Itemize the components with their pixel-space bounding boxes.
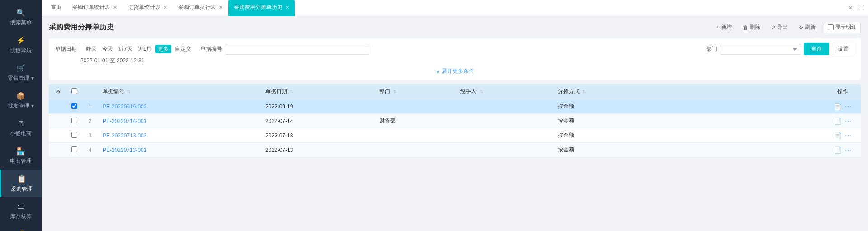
table-header-row: ⚙ 单据编号 ⇅ 单据日期 ⇅ 部门 ⇅ 经手人 ⇅ 分摊方式 ⇅ 操作 [49,84,861,99]
sidebar-label-xiaopang: 小畅电商 [10,130,32,137]
sidebar-item-purchase[interactable]: 📋采购管理 [0,170,42,197]
op-edit-2[interactable]: 📄 [834,132,842,139]
tab-close-purchase-cost-split[interactable]: ✕ [285,5,289,10]
td-check-1[interactable] [67,114,82,128]
search-icon: 🔍 [2,8,40,18]
select-all-checkbox[interactable] [71,88,77,94]
doc-no-label: 单据编号 [200,45,222,53]
th-dept[interactable]: 部门 ⇅ [375,84,456,99]
expand-more-btn[interactable]: ∨ 展开更多条件 [55,67,854,75]
tab-label-purchase-order-stats: 采购订单统计表 [72,4,110,11]
op-more-3[interactable]: ⋯ [845,146,851,154]
td-check-3[interactable] [67,143,82,157]
td-ops-2: 📄 ⋯ [825,128,861,143]
td-check-2[interactable] [67,128,82,143]
sidebar-item-ecommerce[interactable]: 🏪电商管理 [0,142,42,170]
doc-no-link-3[interactable]: PE-20220713-001 [103,147,146,153]
td-dept-2 [375,128,456,143]
td-settings-2 [49,128,67,143]
td-rownum-1: 2 [82,114,98,128]
date-yesterday[interactable]: 昨天 [84,45,99,53]
add-button[interactable]: + 新增 [714,22,735,33]
query-button[interactable]: 查询 [804,43,829,55]
date-more[interactable]: 更多 [155,45,171,53]
op-more-2[interactable]: ⋯ [845,132,851,139]
td-handler-1 [456,114,553,128]
op-more-0[interactable]: ⋯ [845,103,851,110]
tab-purchase-cost-split[interactable]: 采购费用分摊单历史✕ [228,0,295,16]
doc-no-link-2[interactable]: PE-20220713-003 [103,132,146,139]
date-today[interactable]: 今天 [100,45,115,53]
row-checkbox-2[interactable] [71,132,77,138]
row-checkbox-1[interactable] [71,118,77,123]
sidebar-item-inventory[interactable]: 🗃库存核算 [0,197,42,225]
td-ops-0: 📄 ⋯ [825,99,861,114]
sidebar-item-xiaopang[interactable]: 🖥小畅电商 [0,114,42,142]
show-cols-button[interactable]: 显示明细 [824,22,861,33]
th-rownum [82,84,98,99]
th-doc-date[interactable]: 单据日期 ⇅ [261,84,375,99]
tab-purchase-order-exec[interactable]: 采购订单执行表✕ [173,0,228,16]
td-splitmethod-1: 按金额 [553,114,825,128]
doc-no-link-1[interactable]: PE-20220714-001 [103,118,146,124]
tab-home[interactable]: 首页 [45,0,67,16]
dept-label: 部门 [706,45,717,53]
th-check[interactable] [67,84,82,99]
refresh-button[interactable]: ↻ 刷新 [796,22,818,33]
delete-button[interactable]: 🗑 删除 [740,22,763,33]
sort-handler-icon: ⇅ [480,89,483,94]
wholesale-icon: 📦 [2,91,40,101]
doc-no-link-0[interactable]: PE-20220919-002 [103,104,146,110]
th-split-method[interactable]: 分摊方式 ⇅ [553,84,825,99]
dept-select[interactable] [720,44,801,55]
th-settings[interactable]: ⚙ [49,84,67,99]
td-settings-0 [49,99,67,114]
td-rownum-0: 1 [82,99,98,114]
refresh-icon: ↻ [799,24,803,31]
sidebar-item-quick[interactable]: ⚡快捷导航 [0,31,42,59]
date-1month[interactable]: 近1月 [136,45,154,53]
doc-no-input[interactable] [225,44,369,55]
chevron-down-icon: ∨ [436,68,440,75]
maximize-icon[interactable]: ⛶ [859,5,864,11]
op-edit-3[interactable]: 📄 [834,146,842,154]
sidebar-item-search[interactable]: 🔍搜索菜单 [0,4,42,31]
finance-icon: 💰 [2,230,40,231]
tab-close-stock-in-stats[interactable]: ✕ [163,5,167,10]
op-more-1[interactable]: ⋯ [845,118,851,125]
sidebar-item-wholesale[interactable]: 📦批发管理 ▾ [0,87,42,114]
td-handler-2 [456,128,553,143]
tab-label-stock-in-stats: 进货单统计表 [128,4,160,11]
tab-purchase-order-stats[interactable]: 采购订单统计表✕ [67,0,123,16]
close-tab-icon[interactable]: ✕ [848,5,853,11]
date-custom[interactable]: 自定义 [173,45,193,53]
row-checkbox-3[interactable] [71,146,77,152]
retail-icon: 🛒 [2,63,40,73]
sidebar-item-retail[interactable]: 🛒零售管理 ▾ [0,59,42,86]
td-splitmethod-0: 按金额 [553,99,825,114]
row-checkbox-0[interactable] [71,103,77,109]
th-handler[interactable]: 经手人 ⇅ [456,84,553,99]
date-7days[interactable]: 近7天 [117,45,134,53]
sidebar-item-finance[interactable]: 💰资金管理 [0,225,42,231]
td-settings-1 [49,114,67,128]
td-ops-3: 📄 ⋯ [825,143,861,157]
settings-button[interactable]: 设置 [832,43,854,55]
tab-close-purchase-order-stats[interactable]: ✕ [113,5,117,10]
export-button[interactable]: ↗ 导出 [769,22,791,33]
inventory-icon: 🗃 [2,202,40,212]
tab-label-purchase-order-exec: 采购订单执行表 [178,4,216,11]
op-edit-1[interactable]: 📄 [834,118,842,125]
op-edit-0[interactable]: 📄 [834,103,842,110]
doc-no-group: 单据编号 [200,44,369,55]
date-label: 单据日期 [55,45,77,53]
export-icon: ↗ [771,24,776,31]
th-doc-no[interactable]: 单据编号 ⇅ [98,84,261,99]
show-cols-checkbox[interactable] [828,24,834,30]
td-check-0[interactable] [67,99,82,114]
td-settings-3 [49,143,67,157]
sidebar: 🔍搜索菜单⚡快捷导航🛒零售管理 ▾📦批发管理 ▾🖥小畅电商🏪电商管理📋采购管理🗃… [0,0,42,231]
td-splitmethod-2: 按金额 [553,128,825,143]
tab-close-purchase-order-exec[interactable]: ✕ [219,5,223,10]
tab-stock-in-stats[interactable]: 进货单统计表✕ [123,0,173,16]
